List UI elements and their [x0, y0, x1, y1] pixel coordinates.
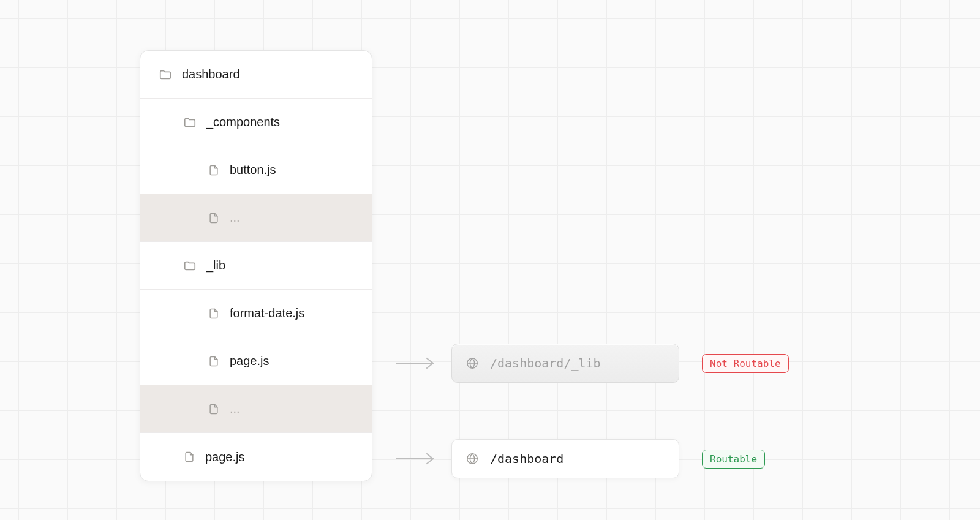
url-text: /dashboard/_lib: [490, 356, 601, 371]
file-icon: [183, 451, 195, 463]
tree-label: format-date.js: [230, 306, 304, 320]
tree-label: page.js: [230, 354, 270, 368]
folder-icon: [159, 68, 172, 81]
tree-row-placeholder: ...: [140, 194, 372, 242]
url-pill-routable: /dashboard: [451, 439, 679, 478]
folder-icon: [183, 259, 197, 273]
tree-row-root-page: page.js: [140, 433, 372, 481]
url-pill-not-routable: /dashboard/_lib: [451, 344, 679, 383]
file-icon: [208, 307, 220, 320]
file-icon: [208, 164, 220, 176]
url-text: /dashboard: [490, 451, 564, 466]
tree-label: _components: [206, 115, 280, 129]
file-icon: [208, 403, 220, 415]
tree-label: dashboard: [182, 67, 240, 81]
arrow-right-icon: [395, 356, 438, 373]
tree-label: button.js: [230, 163, 276, 177]
tree-label: ...: [230, 402, 240, 416]
file-icon: [208, 355, 220, 367]
file-icon: [208, 212, 220, 224]
tree-label: _lib: [206, 258, 225, 273]
tree-row-format-date: format-date.js: [140, 290, 372, 337]
tree-label: page.js: [205, 450, 245, 464]
tree-row-components: _components: [140, 99, 372, 146]
folder-icon: [183, 116, 197, 129]
tree-row-lib: _lib: [140, 242, 372, 290]
tree-label: ...: [230, 211, 240, 225]
globe-icon: [466, 356, 479, 370]
tag-routable: Routable: [702, 450, 765, 469]
tree-row-root: dashboard: [140, 51, 372, 99]
tree-row-button-js: button.js: [140, 146, 372, 194]
tree-row-placeholder: ...: [140, 385, 372, 433]
file-tree: dashboard _components button.js ... _lib: [140, 50, 372, 481]
globe-icon: [466, 452, 479, 465]
tag-not-routable: Not Routable: [702, 354, 789, 373]
tree-row-lib-page: page.js: [140, 337, 372, 385]
arrow-right-icon: [395, 451, 438, 469]
